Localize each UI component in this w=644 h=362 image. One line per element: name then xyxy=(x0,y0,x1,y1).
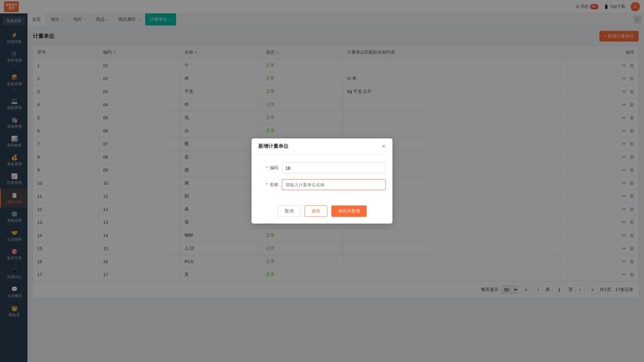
name-input[interactable] xyxy=(282,179,386,190)
required-star-name: * xyxy=(266,182,268,187)
required-star: * xyxy=(266,165,268,170)
save-button[interactable]: 保存 xyxy=(305,205,327,217)
code-form-row: * 编码 xyxy=(258,163,386,173)
code-label: * 编码 xyxy=(258,165,278,171)
add-unit-dialog: 新增计量单位 ✕ * 编码 * 名称 取消 保存 保存并新增 xyxy=(252,138,392,224)
name-form-row: * 名称 xyxy=(258,179,386,190)
cancel-button[interactable]: 取消 xyxy=(278,205,301,217)
dialog-title: 新增计量单位 xyxy=(258,143,288,149)
dialog-header: 新增计量单位 ✕ xyxy=(252,138,392,155)
dialog-close-btn[interactable]: ✕ xyxy=(381,143,386,149)
dialog-overlay[interactable]: 新增计量单位 ✕ * 编码 * 名称 取消 保存 保存并新增 xyxy=(0,0,644,362)
code-input[interactable] xyxy=(282,163,386,173)
dialog-body: * 编码 * 名称 xyxy=(252,155,392,201)
dialog-footer: 取消 保存 保存并新增 xyxy=(252,201,392,224)
save-add-button[interactable]: 保存并新增 xyxy=(331,205,367,217)
name-label: * 名称 xyxy=(258,182,278,188)
